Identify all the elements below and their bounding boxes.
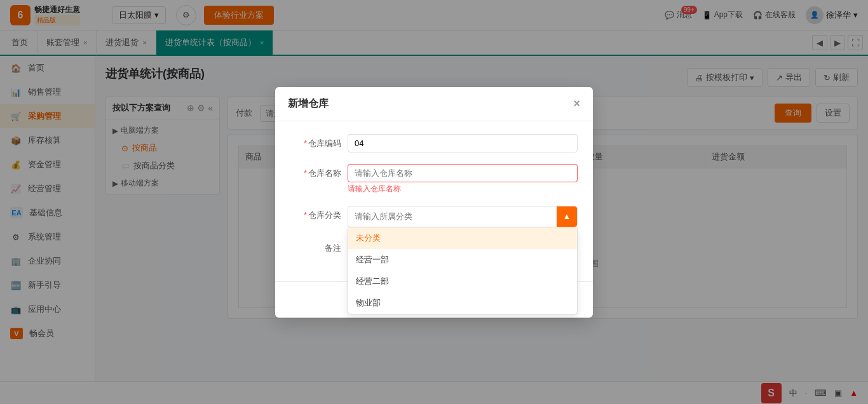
modal-overlay: 新增仓库 × 仓库编码 仓库名称 请输入仓库名称 仓库分类 (0, 0, 868, 404)
category-toggle-button[interactable]: ▲ (557, 206, 577, 227)
category-label: 仓库分类 (290, 206, 341, 221)
code-label: 仓库编码 (290, 134, 341, 149)
category-option-dept1[interactable]: 经营一部 (348, 249, 577, 271)
modal-close-button[interactable]: × (573, 97, 580, 111)
name-label: 仓库名称 (290, 164, 341, 179)
category-option-dept2[interactable]: 经营二部 (348, 271, 577, 292)
category-search-input[interactable] (348, 208, 557, 225)
modal-header: 新增仓库 × (275, 87, 593, 121)
category-dropdown-wrapper: ▲ 未分类 经营一部 经营二部 物业部 (348, 206, 578, 227)
category-option-property[interactable]: 物业部 (348, 292, 577, 314)
code-field-wrapper (348, 134, 578, 152)
note-label: 备注 (290, 239, 341, 254)
form-row-code: 仓库编码 (290, 134, 578, 152)
warehouse-code-input[interactable] (348, 134, 578, 152)
category-input-row: ▲ (348, 206, 578, 227)
category-option-none[interactable]: 未分类 (348, 227, 577, 249)
name-field-wrapper: 请输入仓库名称 (348, 164, 578, 194)
modal-body: 仓库编码 仓库名称 请输入仓库名称 仓库分类 (275, 121, 593, 281)
category-dropdown-list: 未分类 经营一部 经营二部 物业部 (348, 227, 578, 314)
modal-title: 新增仓库 (288, 97, 329, 111)
warehouse-name-input[interactable] (348, 164, 578, 182)
form-row-category: 仓库分类 ▲ 未分类 经营一部 经营二部 物业部 (290, 206, 578, 227)
new-warehouse-modal: 新增仓库 × 仓库编码 仓库名称 请输入仓库名称 仓库分类 (275, 87, 593, 318)
name-error-msg: 请输入仓库名称 (348, 184, 578, 194)
form-row-name: 仓库名称 请输入仓库名称 (290, 164, 578, 194)
chevron-up-icon: ▲ (563, 212, 571, 221)
